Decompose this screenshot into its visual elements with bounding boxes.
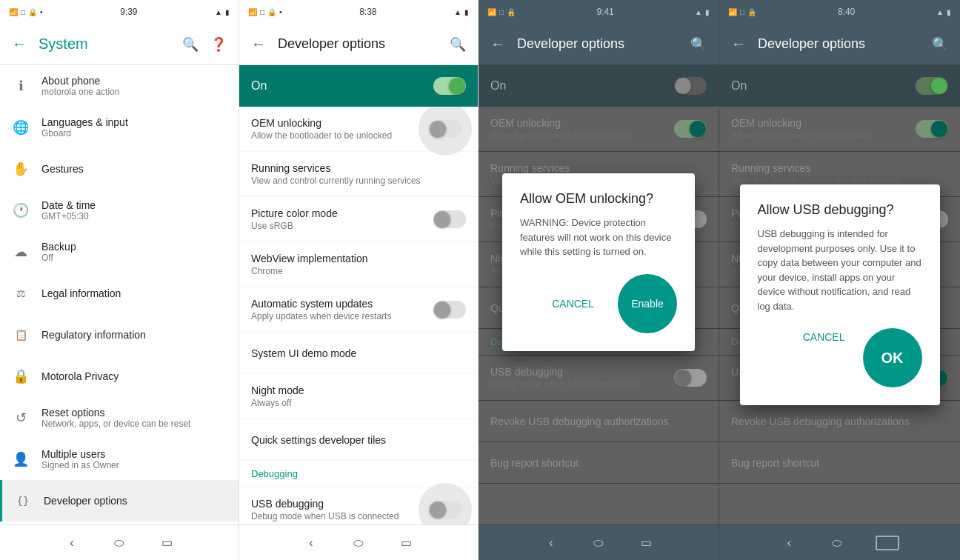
oem-cancel-button[interactable]: Cancel [546,295,600,313]
oem-dialog: Allow OEM unlocking? WARNING: Device pro… [502,173,695,351]
picture-color-item-p2[interactable]: Picture color mode Use sRGB [239,197,478,242]
developer-top-bar-p4: ← Developer options 🔍 [719,24,960,65]
sidebar-item-multiple-users[interactable]: 👤 Multiple users Signed in as Owner [0,439,239,480]
usb-dialog-overlay: Allow USB debugging? USB debugging is in… [719,65,960,524]
backup-sub: Off [41,253,76,263]
lang-label: Languages & input [41,116,128,128]
search-icon-p4[interactable]: 🔍 [932,36,948,53]
picture-color-sub-p2: Use sRGB [251,221,338,231]
usb-ok-button[interactable]: OK [863,328,922,387]
quick-tiles-label-p2: Quick settings developer tiles [251,434,386,446]
back-icon-p4[interactable]: ← [731,36,746,53]
back-nav-p1[interactable]: ‹ [63,534,81,552]
sidebar-item-datetime[interactable]: 🕐 Date & time GMT+05:30 [0,190,239,231]
usb-label-p2: USB debugging [251,498,399,510]
night-mode-item-p2[interactable]: Night mode Always off [239,374,478,419]
reset-text: Reset options Network, apps, or device c… [41,407,190,429]
search-icon-p2[interactable]: 🔍 [450,36,466,53]
notif-icon-p2: 📶 [248,8,257,16]
home-nav-p2[interactable]: ⬭ [350,534,367,552]
usb-cancel-button[interactable]: Cancel [797,328,851,387]
quick-tiles-item-p2[interactable]: Quick settings developer tiles [239,419,478,461]
dot-icon: • [40,8,43,16]
sidebar-item-backup[interactable]: ☁ Backup Off [0,231,239,273]
sidebar-item-about-phone[interactable]: ℹ About phone motorola one action [0,65,239,107]
regulatory-label: Regulatory information [41,329,146,341]
time-p4: 8:40 [838,7,855,17]
status-icons-left-p2: 📶 □ 🔒 • [248,8,282,16]
status-bar-p4: 📶 □ 🔒 8:40 ▲ ▮ [719,0,960,24]
picture-toggle-p2[interactable] [433,210,466,228]
sidebar-item-regulatory[interactable]: 📋 Regulatory information [0,314,239,356]
developer-label: Developer options [44,495,127,507]
usb-dialog-panel: 📶 □ 🔒 8:40 ▲ ▮ ← Developer options 🔍 On … [719,0,960,560]
datetime-text: Date & time GMT+05:30 [41,199,96,221]
regulatory-text: Regulatory information [41,329,146,341]
datetime-sub: GMT+05:30 [41,211,96,221]
legal-icon: ⚖ [12,284,30,302]
usb-debug-item-p2[interactable]: USB debugging Debug mode when USB is con… [239,487,478,524]
developer-top-bar: ← Developer options 🔍 [239,24,478,65]
sidebar-item-legal[interactable]: ⚖ Legal information [0,273,239,314]
home-nav-p4[interactable]: ⬭ [828,534,846,552]
sim-p4: 📶 [728,8,737,16]
oem-enable-button[interactable]: Enable [618,274,677,333]
usb-big-circle[interactable] [419,483,472,524]
status-icons-right: ▲ ▮ [215,8,230,16]
dev-toggle-p2[interactable] [433,77,466,95]
enable-wrap: Enable [612,274,677,333]
oem-toggle-p2[interactable] [429,120,461,138]
recents-nav-p4[interactable] [876,536,899,550]
webview-sub-p2: Chrome [251,266,367,276]
help-icon-p1[interactable]: ❓ [210,36,227,53]
recents-nav-p1[interactable]: ▭ [158,534,176,552]
lang-text: Languages & input Gboard [41,116,128,139]
recents-nav-p3[interactable]: ▭ [637,534,655,552]
auto-updates-label-p2: Automatic system updates [251,298,391,310]
lang-icon: 🌐 [12,119,30,136]
sidebar-item-languages[interactable]: 🌐 Languages & input Gboard [0,107,239,148]
home-nav-p3[interactable]: ⬭ [590,534,607,552]
legal-label: Legal information [41,287,121,299]
sidebar-item-developer[interactable]: {} Developer options [0,480,239,521]
about-label: About phone [41,75,119,87]
oem-circle-container [419,107,472,156]
sidebar-item-motorola-privacy[interactable]: 🔒 Motorola Privacy [0,356,239,397]
nav-bar-p2: ‹ ⬭ ▭ [239,524,478,560]
webview-item-p2[interactable]: WebView implementation Chrome [239,242,478,287]
back-icon-p1[interactable]: ← [12,36,27,53]
dev-on-row-p2[interactable]: On [239,65,478,107]
picture-color-text-p2: Picture color mode Use sRGB [251,207,338,231]
back-nav-p4[interactable]: ‹ [781,534,799,552]
usb-toggle-p2[interactable] [429,501,461,519]
webview-text-p2: WebView implementation Chrome [251,253,367,276]
developer-title-p2: Developer options [278,36,438,52]
back-nav-p2[interactable]: ‹ [302,534,320,552]
time-p1: 9:39 [120,7,137,17]
sidebar-item-reset[interactable]: ↺ Reset options Network, apps, or device… [0,397,239,439]
usb-text-p2: USB debugging Debug mode when USB is con… [251,498,399,521]
status-bar-p2: 📶 □ 🔒 • 8:38 ▲ ▮ [239,0,478,24]
sidebar-item-gestures[interactable]: ✋ Gestures [0,148,239,190]
running-item-p2[interactable]: Running services View and control curren… [239,152,478,197]
search-icon-p1[interactable]: 🔍 [182,36,199,53]
oem-dialog-panel: 📶 □ 🔒 9:41 ▲ ▮ ← Developer options 🔍 On … [479,0,719,560]
developer-icon: {} [14,492,32,510]
back-nav-p3[interactable]: ‹ [542,534,560,552]
back-icon-p2[interactable]: ← [251,36,266,53]
shield-p4: 🔒 [747,8,756,16]
recents-nav-p2[interactable]: ▭ [397,534,415,552]
wifi-p2: ▲ [454,8,461,16]
auto-updates-sub-p2: Apply updates when device restarts [251,311,391,321]
oem-big-circle[interactable] [419,107,472,156]
home-nav-p1[interactable]: ⬭ [110,534,128,552]
auto-knob-p2 [434,301,450,318]
auto-updates-item-p2[interactable]: Automatic system updates Apply updates w… [239,287,478,333]
oem-item-p2[interactable]: OEM unlocking Allow the bootloader to be… [239,107,478,152]
system-top-bar: ← System 🔍 ❓ [0,24,239,65]
battery-p4: ▮ [947,8,951,16]
battery-p2: ▮ [464,8,469,16]
ui-demo-item-p2[interactable]: System UI demo mode [239,333,478,374]
usb-circle-container [419,483,472,524]
auto-toggle-p2[interactable] [433,301,466,319]
